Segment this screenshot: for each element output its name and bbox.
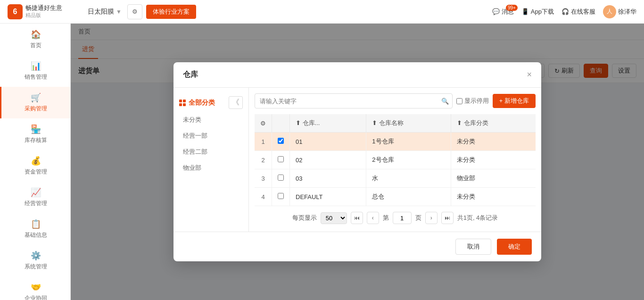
row-category-1: 未分类 <box>451 151 536 169</box>
sidebar-item-7[interactable]: ⚙️系统管理 <box>0 245 70 276</box>
sidebar-label-4: 资金管理 <box>25 168 47 176</box>
row-num-3: 4 <box>255 188 272 206</box>
store-selector[interactable]: 日太阳膜 ▼ <box>88 8 122 16</box>
row-cb-2[interactable] <box>272 169 290 188</box>
sidebar-icon-8: 🤝 <box>31 282 41 292</box>
page-num-label: 第 <box>383 214 389 222</box>
th-settings: ⚙ <box>255 114 272 133</box>
row-name-0: 1号仓库 <box>366 133 451 151</box>
sidebar-label-7: 系统管理 <box>25 263 47 271</box>
table-row[interactable]: 4 DEFAULT 总仓 未分类 <box>255 188 536 206</box>
modal-title: 仓库 <box>183 70 198 80</box>
table-row[interactable]: 2 02 2号仓库 未分类 <box>255 151 536 169</box>
category-panel-header: 全部分类 《 <box>173 93 248 112</box>
row-cb-3[interactable] <box>272 188 290 206</box>
sidebar-item-5[interactable]: 📈经营管理 <box>0 182 70 213</box>
sidebar-label-6: 基础信息 <box>25 231 47 239</box>
sidebar-item-0[interactable]: 🏠首页 <box>0 24 70 55</box>
th-name: ⬆ 仓库名称 <box>366 114 451 133</box>
all-categories-btn[interactable]: 全部分类 <box>179 99 215 107</box>
row-name-1: 2号仓库 <box>366 151 451 169</box>
show-disabled-label[interactable]: 显示停用 <box>456 97 489 105</box>
table-row[interactable]: 3 03 水 物业部 <box>255 169 536 188</box>
chat-icon: 💬 <box>492 8 500 15</box>
page-word: 页 <box>415 214 421 222</box>
table-header-row: ⚙ ⬆ 仓库... ⬆ 仓库名称 <box>255 114 536 133</box>
sidebar-icon-2: 🛒 <box>31 92 41 103</box>
search-wrap: 🔍 <box>255 93 453 108</box>
app-download-label: App下载 <box>531 8 554 16</box>
table-row[interactable]: 1 01 1号仓库 未分类 <box>255 133 536 151</box>
pagination: 每页显示 50 10 20 100 ⏮ ‹ 第 页 <box>255 206 536 226</box>
th-checkbox <box>272 114 290 133</box>
sidebar-label-2: 采购管理 <box>25 105 47 113</box>
row-cb-0[interactable] <box>272 133 290 151</box>
sidebar-icon-3: 🏪 <box>31 124 41 134</box>
last-page-btn[interactable]: ⏭ <box>441 212 454 224</box>
store-dropdown-icon: ▼ <box>116 8 122 15</box>
row-code-0: 01 <box>290 133 366 151</box>
modal-close-btn[interactable]: × <box>527 70 532 80</box>
th-code: ⬆ 仓库... <box>290 114 366 133</box>
first-page-btn[interactable]: ⏮ <box>351 212 363 224</box>
cancel-btn[interactable]: 取消 <box>455 239 491 255</box>
warehouse-modal: 仓库 × 全部分类 《 <box>173 62 541 261</box>
top-header: 6 畅捷通好生意 精品版 日太阳膜 ▼ ⚙ 体验行业方案 💬 消息 99+ 📱 … <box>0 0 644 24</box>
experience-btn[interactable]: 体验行业方案 <box>146 5 196 19</box>
show-disabled-checkbox[interactable] <box>456 98 462 104</box>
right-toolbar: 🔍 显示停用 + 新增仓库 <box>255 93 536 108</box>
row-num-1: 2 <box>255 151 272 169</box>
username-label: 徐泽华 <box>618 8 636 16</box>
search-icon[interactable]: 🔍 <box>441 98 449 105</box>
modal-footer: 取消 确定 <box>173 232 541 261</box>
sidebar-item-6[interactable]: 📋基础信息 <box>0 213 70 245</box>
modal-overlay: 仓库 × 全部分类 《 <box>71 24 644 300</box>
warehouse-table: ⚙ ⬆ 仓库... ⬆ 仓库名称 <box>255 114 536 206</box>
notification-btn[interactable]: 💬 消息 99+ <box>492 8 514 16</box>
category-item-3[interactable]: 物业部 <box>173 160 248 176</box>
grid-icon <box>179 100 186 106</box>
category-panel: 全部分类 《 未分类经营一部经营二部物业部 <box>173 88 249 232</box>
collapse-panel-btn[interactable]: 《 <box>229 96 243 109</box>
row-code-3: DEFAULT <box>290 188 366 206</box>
logo-icon: 6 <box>8 4 23 19</box>
headset-icon: 🎧 <box>561 8 569 15</box>
add-warehouse-btn[interactable]: + 新增仓库 <box>493 94 536 108</box>
row-name-2: 水 <box>366 169 451 188</box>
warehouse-table-wrap: ⚙ ⬆ 仓库... ⬆ 仓库名称 <box>255 114 536 206</box>
row-cb-1[interactable] <box>272 151 290 169</box>
page-size-select[interactable]: 50 10 20 100 <box>321 212 347 224</box>
sidebar-icon-1: 📊 <box>31 61 41 71</box>
category-item-2[interactable]: 经营二部 <box>173 144 248 160</box>
mobile-icon: 📱 <box>521 8 529 15</box>
page-number-input[interactable] <box>393 212 412 224</box>
category-item-1[interactable]: 经营一部 <box>173 128 248 144</box>
prev-page-btn[interactable]: ‹ <box>367 212 379 224</box>
settings-icon-button[interactable]: ⚙ <box>127 4 142 19</box>
online-service-label: 在线客服 <box>571 8 595 16</box>
header-right: 💬 消息 99+ 📱 App下载 🎧 在线客服 人 徐泽华 <box>492 5 636 18</box>
sidebar-icon-6: 📋 <box>31 219 41 229</box>
sidebar-item-3[interactable]: 🏪库存核算 <box>0 118 70 150</box>
row-num-0: 1 <box>255 133 272 151</box>
row-category-3: 未分类 <box>451 188 536 206</box>
app-download-btn[interactable]: 📱 App下载 <box>521 8 554 16</box>
sidebar-item-8[interactable]: 🤝企业协同 <box>0 276 70 300</box>
online-service-btn[interactable]: 🎧 在线客服 <box>561 8 595 16</box>
search-input[interactable] <box>255 93 453 108</box>
sidebar-item-1[interactable]: 📊销售管理 <box>0 55 70 87</box>
sidebar-item-4[interactable]: 💰资金管理 <box>0 150 70 182</box>
avatar: 人 <box>603 5 616 18</box>
brand-line1: 畅捷通好生意 <box>25 4 62 12</box>
user-menu[interactable]: 人 徐泽华 <box>603 5 636 18</box>
confirm-btn[interactable]: 确定 <box>497 239 532 255</box>
data-panel: 🔍 显示停用 + 新增仓库 <box>249 88 541 232</box>
brand-text: 畅捷通好生意 精品版 <box>25 4 62 19</box>
header-btn-area: ⚙ 体验行业方案 <box>127 4 196 19</box>
store-name: 日太阳膜 <box>88 8 114 16</box>
sidebar-icon-7: ⚙️ <box>31 250 41 261</box>
sidebar-item-2[interactable]: 🛒采购管理 <box>0 87 70 118</box>
next-page-btn[interactable]: › <box>425 212 438 224</box>
category-item-0[interactable]: 未分类 <box>173 112 248 128</box>
sidebar-label-8: 企业协同 <box>25 294 47 300</box>
